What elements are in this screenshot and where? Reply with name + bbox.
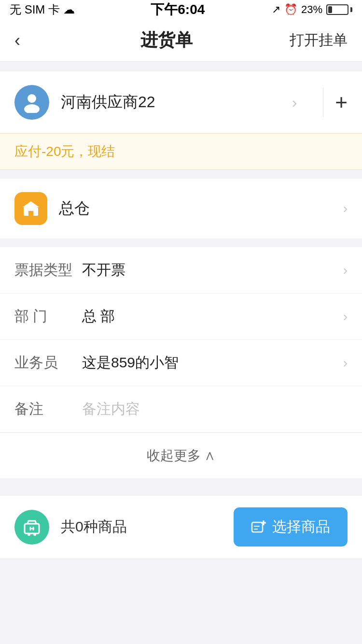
product-count: 共0种商品 <box>61 517 234 537</box>
salesperson-row[interactable]: 业务员 这是859的小智 › <box>0 340 362 386</box>
remark-label: 备注 <box>14 399 72 419</box>
supplier-avatar <box>14 85 49 120</box>
back-button[interactable]: ‹ <box>14 30 43 51</box>
product-icon-wrap <box>14 510 49 545</box>
form-section: 票据类型 不开票 › 部 门 总 部 › 业务员 这是859的小智 › 备注 备… <box>0 247 362 478</box>
svg-marker-3 <box>23 201 39 207</box>
svg-rect-11 <box>252 522 263 532</box>
status-right: ↗ ⏰ 23% <box>272 3 352 16</box>
invoice-type-value: 不开票 <box>82 260 335 280</box>
section-gap-top <box>0 62 362 71</box>
person-icon <box>21 92 42 113</box>
battery-icon <box>326 4 352 15</box>
battery-percent: 23% <box>301 3 322 16</box>
bottom-bar: 共0种商品 选择商品 <box>0 496 362 558</box>
remark-row[interactable]: 备注 备注内容 <box>0 386 362 433</box>
supplier-arrow-icon: › <box>292 94 297 112</box>
svg-point-1 <box>24 104 40 113</box>
wifi-icon <box>79 3 84 16</box>
warehouse-section: 总仓 › <box>0 179 362 238</box>
salesperson-value: 这是859的小智 <box>82 353 335 373</box>
select-product-icon <box>251 519 266 535</box>
supplier-section: 河南供应商22 › + 应付-20元，现结 <box>0 71 362 170</box>
svg-point-0 <box>28 94 36 103</box>
divider <box>323 88 323 117</box>
remark-input[interactable]: 备注内容 <box>82 399 348 419</box>
page-title: 进货单 <box>140 28 193 52</box>
nav-bar: ‹ 进货单 打开挂单 <box>0 19 362 62</box>
svg-rect-4 <box>28 211 33 216</box>
status-bar: 无 SIM 卡 ☁ 下午6:04 ↗ ⏰ 23% <box>0 0 362 19</box>
add-supplier-button[interactable]: + <box>335 90 348 114</box>
collapse-button[interactable]: 收起更多 ∧ <box>0 433 362 478</box>
select-product-button[interactable]: 选择商品 <box>234 507 348 546</box>
department-value: 总 部 <box>82 307 335 326</box>
cart-icon <box>22 517 42 537</box>
warning-banner: 应付-20元，现结 <box>0 133 362 170</box>
department-arrow: › <box>343 309 348 324</box>
warehouse-name: 总仓 <box>59 198 335 219</box>
supplier-name: 河南供应商22 <box>61 92 292 113</box>
warehouse-arrow-icon: › <box>343 201 348 216</box>
svg-point-6 <box>28 533 30 536</box>
status-time: 下午6:04 <box>151 0 205 19</box>
warehouse-icon <box>22 199 40 218</box>
invoice-type-label: 票据类型 <box>14 260 72 280</box>
alarm-icon: ⏰ <box>284 3 297 16</box>
department-label: 部 门 <box>14 307 72 326</box>
sim-label: 无 SIM 卡 ☁ <box>10 2 75 17</box>
collapse-text: 收起更多 ∧ <box>147 447 216 465</box>
location-icon: ↗ <box>272 3 280 16</box>
warehouse-row[interactable]: 总仓 › <box>0 179 362 238</box>
warehouse-icon-wrap <box>14 192 47 225</box>
supplier-row[interactable]: 河南供应商22 › + <box>0 71 362 133</box>
salesperson-arrow: › <box>343 355 348 371</box>
status-left: 无 SIM 卡 ☁ <box>10 2 84 17</box>
select-product-label: 选择商品 <box>272 517 330 537</box>
gap-2 <box>0 238 362 247</box>
invoice-type-row[interactable]: 票据类型 不开票 › <box>0 247 362 294</box>
gap-3 <box>0 478 362 487</box>
salesperson-label: 业务员 <box>14 353 72 373</box>
open-pending-button[interactable]: 打开挂单 <box>290 30 348 50</box>
invoice-type-arrow: › <box>343 263 348 278</box>
department-row[interactable]: 部 门 总 部 › <box>0 294 362 340</box>
svg-point-7 <box>33 533 36 536</box>
page-background <box>0 558 362 644</box>
gap-1 <box>0 170 362 179</box>
